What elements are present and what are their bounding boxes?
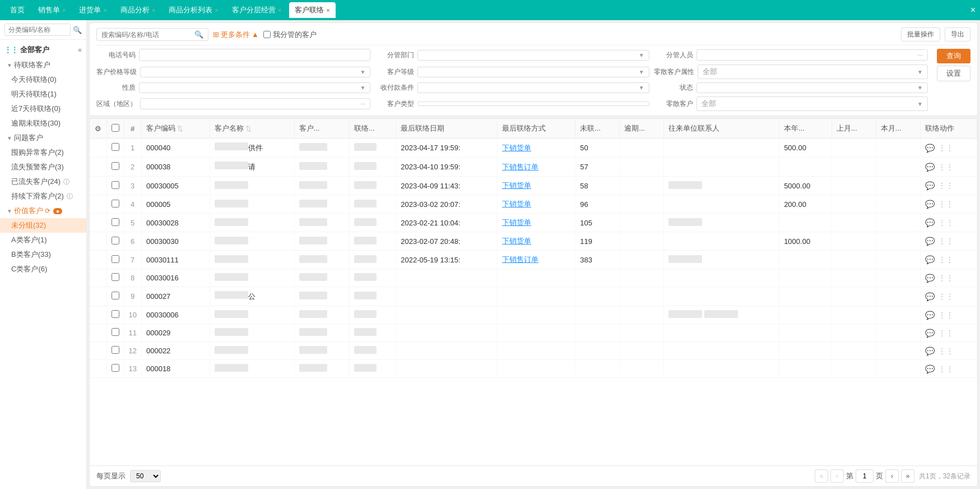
gender-select[interactable]: ▼	[139, 82, 370, 93]
more-action-icon[interactable]: ⋮⋮	[938, 255, 954, 264]
settings-icon[interactable]: ⚙	[95, 124, 101, 133]
query-button[interactable]: 查询	[937, 49, 970, 63]
more-action-icon[interactable]: ⋮⋮	[938, 181, 954, 190]
sidebar-search-input[interactable]	[4, 24, 71, 36]
filter-search-input[interactable]	[101, 31, 192, 39]
reset-button[interactable]: 设置	[937, 66, 970, 81]
sidebar-item-type-b[interactable]: B类客户(33)	[0, 247, 86, 262]
row-checkbox[interactable]	[112, 346, 119, 354]
row-checkbox[interactable]	[112, 255, 119, 263]
more-action-icon[interactable]: ⋮⋮	[938, 347, 954, 356]
payment-select[interactable]: ▼	[417, 82, 649, 93]
col-gear[interactable]: ⚙	[90, 119, 106, 139]
sidebar-group-pending[interactable]: ▼ 待联络客户	[0, 58, 86, 72]
my-customers-checkbox[interactable]: 我分管的客户	[263, 30, 317, 40]
row-checkbox[interactable]	[112, 292, 119, 299]
row-checkbox[interactable]	[112, 218, 119, 226]
row-checkbox[interactable]	[112, 237, 119, 245]
tab-analysis-list-close[interactable]: ×	[215, 7, 218, 13]
row-checkbox[interactable]	[112, 162, 119, 170]
row-checkbox[interactable]	[112, 181, 119, 189]
sidebar-group-problem[interactable]: ▼ 问题客户	[0, 131, 86, 145]
more-action-icon[interactable]: ⋮⋮	[938, 292, 954, 301]
price-level-select[interactable]: ▼	[140, 67, 370, 77]
contact-method-link[interactable]: 下销货单	[502, 181, 531, 190]
customer-level-select[interactable]: ▼	[417, 67, 649, 77]
my-customers-check[interactable]	[263, 31, 271, 38]
status-select[interactable]: ▼	[696, 82, 928, 93]
message-action-icon[interactable]: 💬	[925, 311, 935, 320]
sidebar-item-overdue-pending[interactable]: 逾期未联络(30)	[0, 116, 86, 131]
retail-attr-select[interactable]: 全部 ▼	[698, 64, 928, 79]
more-action-icon[interactable]: ⋮⋮	[938, 237, 954, 246]
contact-method-link[interactable]: 下销货单	[502, 218, 531, 227]
more-action-icon[interactable]: ⋮⋮	[938, 144, 954, 153]
all-customers-header[interactable]: ⋮⋮ 全部客户 «	[0, 42, 86, 58]
more-action-icon[interactable]: ⋮⋮	[938, 329, 954, 338]
contact-method-link[interactable]: 下销售订单	[502, 255, 538, 264]
sidebar-item-tomorrow-pending[interactable]: 明天待联络(1)	[0, 87, 86, 102]
more-action-icon[interactable]: ⋮⋮	[938, 163, 954, 172]
message-action-icon[interactable]: 💬	[925, 329, 935, 338]
more-action-icon[interactable]: ⋮⋮	[938, 365, 954, 373]
table-wrapper[interactable]: ⚙ # 客户编码 ⇅	[90, 119, 977, 465]
message-action-icon[interactable]: 💬	[925, 237, 935, 246]
close-window-button[interactable]: ×	[970, 5, 976, 15]
message-action-icon[interactable]: 💬	[925, 163, 935, 172]
select-all-checkbox[interactable]	[112, 124, 119, 132]
region-select[interactable]: ···	[140, 98, 370, 109]
next-page-button[interactable]: ›	[885, 469, 899, 483]
prev-page-button[interactable]: ‹	[830, 469, 844, 483]
message-action-icon[interactable]: 💬	[925, 181, 935, 190]
tab-customer-contact-close[interactable]: ×	[326, 7, 329, 13]
batch-operation-button[interactable]: 批量操作	[901, 27, 940, 41]
retail-customer-select[interactable]: 全部 ▼	[696, 96, 928, 111]
message-action-icon[interactable]: 💬	[925, 200, 935, 209]
sidebar-item-ungrouped[interactable]: 未分组(32)	[0, 218, 86, 233]
message-action-icon[interactable]: 💬	[925, 347, 935, 356]
message-action-icon[interactable]: 💬	[925, 144, 935, 153]
page-number-input[interactable]	[856, 469, 874, 483]
manager-select[interactable]: ···	[696, 49, 928, 61]
sidebar-item-churn-warning[interactable]: 流失预警客户(3)	[0, 160, 86, 174]
col-name[interactable]: 客户名称 ⇅	[210, 119, 294, 139]
sidebar-item-declining[interactable]: 持续下滑客户(2) ⓘ	[0, 189, 86, 204]
contact-method-link[interactable]: 下销售订单	[502, 163, 538, 171]
sidebar-group-value[interactable]: ▼ 价值客户 ⟳ ●	[0, 204, 86, 218]
last-page-button[interactable]: »	[901, 469, 914, 483]
tab-analysis-close[interactable]: ×	[152, 7, 155, 13]
sidebar-item-type-a[interactable]: A类客户(1)	[0, 233, 86, 247]
message-action-icon[interactable]: 💬	[925, 274, 935, 283]
row-checkbox[interactable]	[112, 328, 119, 336]
row-checkbox[interactable]	[112, 273, 119, 281]
tab-home[interactable]: 首页	[4, 2, 30, 18]
message-action-icon[interactable]: 💬	[925, 255, 935, 264]
sidebar-item-today-pending[interactable]: 今天待联络(0)	[0, 72, 86, 87]
tab-customer-layer[interactable]: 客户分层经营 ×	[226, 2, 287, 18]
message-action-icon[interactable]: 💬	[925, 365, 935, 373]
tab-purchase[interactable]: 进货单 ×	[73, 2, 112, 18]
more-action-icon[interactable]: ⋮⋮	[938, 200, 954, 209]
tab-sales-close[interactable]: ×	[62, 7, 66, 13]
tab-sales[interactable]: 销售单 ×	[32, 2, 71, 18]
first-page-button[interactable]: «	[815, 469, 828, 483]
tab-customer-contact[interactable]: 客户联络 ×	[289, 2, 335, 18]
sidebar-item-type-c[interactable]: C类客户(6)	[0, 262, 86, 276]
sidebar-item-stockpile[interactable]: 囤购异常客户(2)	[0, 145, 86, 160]
message-action-icon[interactable]: 💬	[925, 218, 935, 227]
more-action-icon[interactable]: ⋮⋮	[938, 311, 954, 320]
contact-method-link[interactable]: 下销货单	[502, 237, 531, 245]
col-code[interactable]: 客户编码 ⇅	[141, 119, 210, 139]
tab-analysis[interactable]: 商品分析 ×	[115, 2, 161, 18]
sidebar-item-week-pending[interactable]: 近7天待联络(0)	[0, 102, 86, 116]
per-page-select[interactable]: 50 100 200	[130, 470, 161, 482]
more-action-icon[interactable]: ⋮⋮	[938, 218, 954, 227]
row-checkbox[interactable]	[112, 143, 119, 151]
tab-purchase-close[interactable]: ×	[103, 7, 106, 13]
more-action-icon[interactable]: ⋮⋮	[938, 274, 954, 283]
row-checkbox[interactable]	[112, 364, 119, 372]
sidebar-collapse-btn[interactable]: «	[78, 46, 82, 54]
row-checkbox[interactable]	[112, 200, 119, 207]
phone-input[interactable]	[139, 49, 370, 61]
tab-customer-layer-close[interactable]: ×	[278, 7, 281, 13]
